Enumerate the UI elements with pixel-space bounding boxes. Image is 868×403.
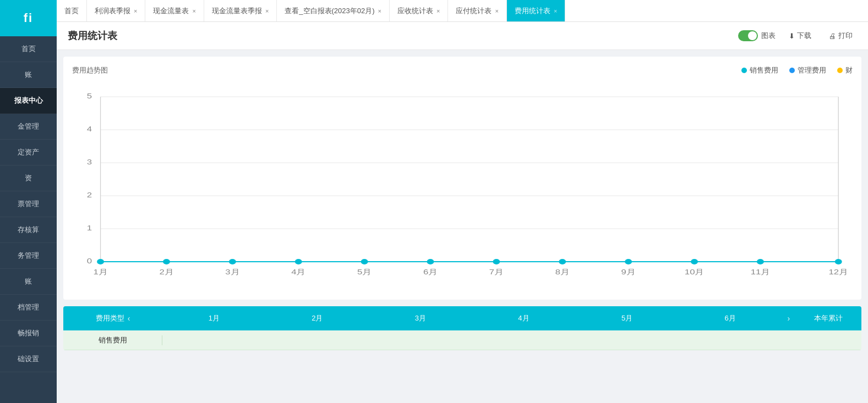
svg-text:3: 3	[87, 158, 92, 166]
svg-text:2: 2	[87, 191, 92, 199]
download-button[interactable]: ⬇ 下载	[784, 29, 816, 43]
col-ytd: 本年累计	[795, 313, 861, 323]
tab-close-income-quarterly[interactable]: ×	[134, 8, 137, 14]
svg-point-17	[295, 259, 302, 264]
col-apr: 4月	[472, 313, 576, 323]
svg-point-19	[427, 259, 434, 264]
tab-close-cashflow-quarterly[interactable]: ×	[265, 8, 269, 14]
svg-point-24	[757, 259, 764, 264]
tab-home[interactable]: 首页	[57, 0, 87, 22]
col-type: 费用类型 ‹	[63, 313, 162, 323]
legend-dot-admin	[789, 68, 795, 73]
sidebar-item-service[interactable]: 务管理	[0, 243, 57, 269]
sidebar-item-expense[interactable]: 畅报销	[0, 321, 57, 346]
tab-payable[interactable]: 应付统计表 ×	[448, 0, 506, 22]
svg-text:11月: 11月	[751, 268, 770, 276]
page-content: 费用统计表 图表 ⬇ 下载 🖨 打印 费用趋势图	[57, 22, 868, 403]
table-row-sales: 销售费用	[63, 330, 861, 350]
svg-text:12月: 12月	[829, 268, 848, 276]
next-arrow[interactable]: ›	[782, 314, 795, 323]
tab-blank-report[interactable]: 查看_空白报表(2023年02月) ×	[277, 0, 390, 22]
legend-dot-sales	[741, 68, 747, 73]
svg-point-25	[835, 259, 842, 264]
header-actions: 图表 ⬇ 下载 🖨 打印	[738, 29, 857, 43]
svg-point-20	[493, 259, 500, 264]
tab-cashflow-quarterly[interactable]: 现金流量表季报 ×	[204, 0, 277, 22]
tab-cashflow[interactable]: 现金流量表 ×	[145, 0, 204, 22]
main-area: 首页 利润表季报 × 现金流量表 × 现金流量表季报 × 查看_空白报表(202…	[57, 0, 868, 403]
chart-toggle[interactable]	[738, 30, 758, 41]
chart-legend: 销售费用 管理费用 财	[741, 65, 853, 75]
sidebar-item-ledger[interactable]: 账	[0, 269, 57, 295]
prev-arrow[interactable]: ‹	[128, 314, 130, 323]
tab-close-blank-report[interactable]: ×	[378, 8, 381, 14]
svg-text:0: 0	[87, 257, 92, 265]
sidebar-logo: fi	[0, 0, 57, 36]
svg-text:1: 1	[87, 224, 92, 232]
tab-bar: 首页 利润表季报 × 现金流量表 × 现金流量表季报 × 查看_空白报表(202…	[57, 0, 868, 22]
chart-canvas: 5 4 3 2 1 0	[72, 82, 853, 291]
svg-point-23	[691, 259, 698, 264]
col-mar: 3月	[369, 313, 472, 323]
svg-text:10月: 10月	[685, 268, 704, 276]
sidebar: fi 首页 账 报表中心 金管理 定资产 资 票管理 存核算 务管理 账 档管理…	[0, 0, 57, 403]
tab-income-quarterly[interactable]: 利润表季报 ×	[87, 0, 145, 22]
cell-type-sales: 销售费用	[63, 335, 162, 345]
col-feb: 2月	[266, 313, 369, 323]
sidebar-item-archive[interactable]: 档管理	[0, 295, 57, 321]
svg-text:7月: 7月	[489, 268, 504, 276]
svg-text:9月: 9月	[621, 268, 636, 276]
svg-text:3月: 3月	[225, 268, 239, 276]
svg-point-15	[163, 259, 170, 264]
page-header: 费用统计表 图表 ⬇ 下载 🖨 打印	[57, 22, 868, 50]
svg-text:2月: 2月	[159, 268, 173, 276]
sidebar-item-settings[interactable]: 础设置	[0, 346, 57, 372]
tab-close-cashflow[interactable]: ×	[192, 8, 195, 14]
svg-point-21	[559, 259, 566, 264]
svg-text:1月: 1月	[94, 268, 108, 276]
svg-text:8月: 8月	[555, 268, 570, 276]
table-header: 费用类型 ‹ 1月 2月 3月 4月 5月 6月 › 本年累计	[63, 306, 861, 330]
sidebar-item-account[interactable]: 账	[0, 62, 57, 88]
svg-point-14	[97, 259, 104, 264]
tab-close-receivable[interactable]: ×	[436, 8, 440, 14]
col-may: 5月	[575, 313, 679, 323]
legend-dot-finance	[837, 68, 843, 73]
sidebar-item-invoice[interactable]: 票管理	[0, 191, 57, 217]
chart-toggle-label: 图表	[738, 30, 776, 41]
svg-point-16	[229, 259, 236, 264]
legend-finance: 财	[837, 65, 853, 75]
tab-close-expense[interactable]: ×	[554, 8, 557, 14]
svg-text:5: 5	[87, 92, 92, 100]
chart-title: 费用趋势图	[72, 65, 108, 75]
col-jan: 1月	[162, 313, 266, 323]
chart-section: 费用趋势图 销售费用 管理费用 财	[63, 57, 861, 300]
legend-admin: 管理费用	[789, 65, 826, 75]
page-title: 费用统计表	[68, 29, 117, 42]
tab-receivable[interactable]: 应收统计表 ×	[390, 0, 448, 22]
svg-point-22	[625, 259, 632, 264]
sidebar-item-inventory[interactable]: 存核算	[0, 217, 57, 243]
sidebar-item-reports[interactable]: 报表中心	[0, 88, 57, 114]
download-icon: ⬇	[789, 32, 795, 40]
sidebar-item-capital[interactable]: 资	[0, 165, 57, 191]
tab-close-payable[interactable]: ×	[495, 8, 498, 14]
sidebar-item-home[interactable]: 首页	[0, 36, 57, 62]
chart-header: 费用趋势图 销售费用 管理费用 财	[72, 65, 853, 75]
legend-sales: 销售费用	[741, 65, 778, 75]
svg-text:5月: 5月	[357, 268, 372, 276]
sidebar-item-finance[interactable]: 金管理	[0, 114, 57, 140]
col-jun: 6月	[679, 313, 782, 323]
sidebar-item-assets[interactable]: 定资产	[0, 140, 57, 165]
table-section: 费用类型 ‹ 1月 2月 3月 4月 5月 6月 › 本年累计 销售费用	[63, 306, 861, 350]
svg-text:4月: 4月	[291, 268, 305, 276]
svg-text:4: 4	[87, 125, 92, 133]
svg-point-18	[361, 259, 368, 264]
tab-expense[interactable]: 费用统计表 ×	[507, 0, 565, 22]
print-button[interactable]: 🖨 打印	[825, 29, 857, 43]
print-icon: 🖨	[829, 32, 836, 40]
svg-text:6月: 6月	[423, 268, 438, 276]
